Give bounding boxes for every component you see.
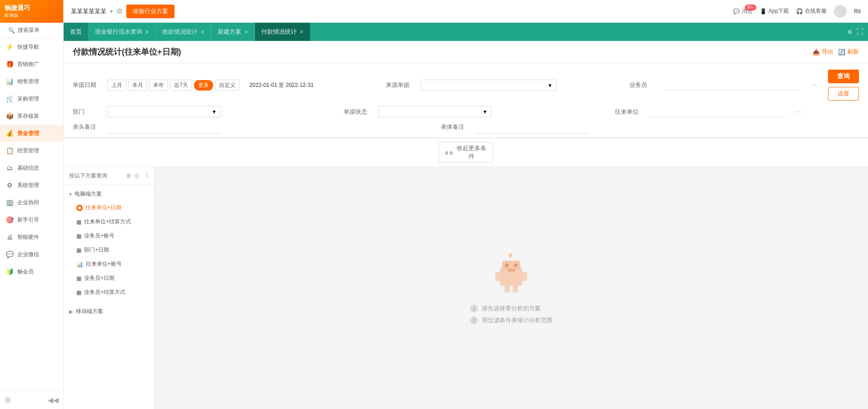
head-remark-input[interactable] bbox=[107, 123, 221, 134]
sidebar-item-inventory[interactable]: 📦 库存核算 bbox=[0, 107, 63, 125]
sidebar-search[interactable]: 🔍 搜索菜单 bbox=[0, 23, 63, 38]
data-panel: 1 请先选择要分析的方案 2 用过滤条件来缩小分析范围 bbox=[155, 167, 868, 409]
body-remark-input[interactable] bbox=[475, 123, 589, 134]
tab-bank[interactable]: 现金银行流水查询 ✕ bbox=[89, 23, 156, 41]
sidebar-item-operations[interactable]: 📋 经营管理 bbox=[0, 142, 63, 159]
company-dropdown-icon[interactable]: ▾ bbox=[110, 8, 113, 15]
settings-icon[interactable]: ⚙ bbox=[116, 7, 123, 15]
sidebar-item-guide[interactable]: 🎯 新手引导 bbox=[0, 211, 63, 228]
sidebar-item-hardware[interactable]: 🖨 智能硬件 bbox=[0, 228, 63, 246]
tab-receipts[interactable]: 收款情况统计 ✕ bbox=[156, 23, 211, 41]
query-button[interactable]: 查询 bbox=[828, 70, 859, 83]
app-icon: 📱 bbox=[760, 8, 767, 15]
mobile-group-header[interactable]: ▶ 移动端方案 bbox=[64, 305, 154, 318]
user-avatar[interactable] bbox=[834, 5, 847, 18]
message-badge: 99+ bbox=[745, 5, 756, 10]
scheme-label: 部门+日期 bbox=[84, 246, 109, 254]
tip-num-1: 1 bbox=[470, 304, 478, 313]
table-icon: ▦ bbox=[76, 289, 81, 296]
sidebar-item-collab[interactable]: 🏢 企业协同 bbox=[0, 194, 63, 211]
sidebar-item-basic[interactable]: 🗂 基础信息 bbox=[0, 159, 63, 177]
user-name: Rit bbox=[854, 8, 861, 15]
source-label: 来源单据 bbox=[386, 81, 413, 89]
tab-payment-stats-label: 付款情况统计 bbox=[261, 28, 297, 36]
tab-new-scheme[interactable]: 新建方案 ✕ bbox=[211, 23, 255, 41]
tab-payment-stats[interactable]: 付款情况统计 ✕ bbox=[255, 23, 310, 41]
tab-receipts-close[interactable]: ✕ bbox=[200, 29, 205, 35]
source-select[interactable]: ▾ bbox=[420, 80, 557, 91]
tab-spacer bbox=[310, 23, 842, 41]
scheme-item-partner-settle[interactable]: ▦ 往来单位+结算方式 bbox=[64, 215, 154, 229]
tab-actions: ✕ ⛶ bbox=[842, 23, 868, 41]
date-custom[interactable]: 自定义 bbox=[215, 80, 239, 91]
sidebar-item-funds[interactable]: 💰 资金管理 bbox=[0, 125, 63, 142]
page-content: 付款情况统计(往来单位+日期) 📤 导出 🔄 刷新 单据日期 bbox=[64, 41, 868, 409]
scheme-item-salesman-date[interactable]: ▦ 业务员+日期 bbox=[64, 271, 154, 285]
scheme-panel-header: 按以下方案查询 ⊕ ⊙ 《 bbox=[64, 167, 154, 185]
refresh-icon: 🔄 bbox=[838, 49, 845, 56]
empty-icon bbox=[489, 252, 534, 297]
tab-bank-close[interactable]: ✕ bbox=[145, 29, 149, 35]
close-tab-icon[interactable]: ✕ bbox=[847, 28, 853, 36]
sidebar-item-quick-nav[interactable]: ⚡ 快捷导航 bbox=[0, 38, 63, 56]
topbar: 某某某某某某 ▾ ⚙ 体验行业方案 💬 消息 99+ 📱 App下载 🎧 在线客… bbox=[64, 0, 868, 23]
sidebar-item-label: 新手引导 bbox=[17, 216, 39, 224]
salesman-more-icon[interactable]: ··· bbox=[810, 81, 816, 89]
scheme-item-partner-account[interactable]: 📊 往来单位+账号 bbox=[64, 257, 154, 271]
date-this-year[interactable]: 本年 bbox=[149, 80, 168, 91]
sidebar-item-label: 经营管理 bbox=[17, 147, 39, 155]
date-this-month[interactable]: 本月 bbox=[128, 80, 147, 91]
sidebar-item-sales[interactable]: 📊 销售管理 bbox=[0, 73, 63, 90]
scheme-item-partner-date[interactable]: 往来单位+日期 bbox=[64, 201, 154, 215]
sidebar-item-label: 销售管理 bbox=[17, 78, 39, 86]
hardware-icon: 🖨 bbox=[5, 233, 14, 241]
filter-row-3: 表头备注 表体备注 bbox=[73, 123, 859, 134]
doc-status-dropdown-icon: ▾ bbox=[484, 108, 487, 115]
settings-footer-icon[interactable]: ⚙ bbox=[5, 396, 11, 404]
date-more[interactable]: 更多 bbox=[194, 80, 213, 91]
trial-button[interactable]: 体验行业方案 bbox=[126, 5, 175, 18]
message-button[interactable]: 💬 消息 99+ bbox=[733, 7, 753, 15]
empty-tips: 1 请先选择要分析的方案 2 用过滤条件来缩小分析范围 bbox=[470, 304, 553, 324]
scheme-item-salesman-settle[interactable]: ▦ 业务员+结算方式 bbox=[64, 285, 154, 299]
scheme-label: 业务员+日期 bbox=[84, 274, 115, 282]
sidebar-item-member[interactable]: 🔰 畅会员 bbox=[0, 263, 63, 280]
table-icon: ▦ bbox=[76, 247, 81, 253]
add-scheme-icon[interactable]: ⊕ bbox=[126, 172, 131, 179]
sidebar-item-system[interactable]: ⚙ 系统管理 bbox=[0, 177, 63, 194]
app-download-button[interactable]: 📱 App下载 bbox=[760, 7, 789, 15]
desktop-group-header[interactable]: ▾ 电脑端方案 bbox=[64, 187, 154, 201]
sidebar-item-purchase[interactable]: 🛒 采购管理 bbox=[0, 90, 63, 107]
refresh-button[interactable]: 🔄 刷新 bbox=[838, 48, 859, 56]
sidebar-item-label: 智能硬件 bbox=[17, 233, 39, 241]
collapse-scheme-panel-icon[interactable]: 《 bbox=[142, 172, 149, 180]
date-last-7days[interactable]: 近7天 bbox=[170, 80, 192, 91]
partner-more-icon[interactable]: ··· bbox=[796, 108, 802, 116]
tab-new-scheme-close[interactable]: ✕ bbox=[244, 29, 248, 35]
export-button[interactable]: 📤 导出 bbox=[813, 48, 833, 56]
doc-status-select[interactable]: ▾ bbox=[378, 106, 492, 117]
config-scheme-icon[interactable]: ⊙ bbox=[134, 172, 140, 179]
sidebar-logo: 畅捷通巧 bbox=[5, 4, 30, 12]
tab-home[interactable]: 首页 bbox=[64, 23, 89, 41]
sidebar-item-label: 库存核算 bbox=[17, 112, 39, 120]
tabbar: 首页 现金银行流水查询 ✕ 收款情况统计 ✕ 新建方案 ✕ 付款情况统计 ✕ ✕… bbox=[64, 23, 868, 41]
collapse-sidebar-icon[interactable]: ◀◀ bbox=[48, 396, 59, 404]
settings-button[interactable]: 设置 bbox=[828, 87, 859, 101]
collapse-button[interactable]: ∧∧ 收起更多条件 bbox=[439, 142, 493, 163]
online-service-button[interactable]: 🎧 在线客服 bbox=[796, 7, 827, 15]
partner-input[interactable] bbox=[649, 106, 786, 117]
tab-payment-stats-close[interactable]: ✕ bbox=[299, 29, 304, 35]
scheme-item-salesman-account[interactable]: ▦ 业务员+账号 bbox=[64, 229, 154, 243]
system-icon: ⚙ bbox=[5, 181, 14, 189]
sidebar-item-weixin[interactable]: 💬 企业微信 bbox=[0, 246, 63, 263]
search-icon: 🔍 bbox=[8, 27, 15, 34]
scheme-item-dept-date[interactable]: ▦ 部门+日期 bbox=[64, 243, 154, 257]
date-last-month[interactable]: 上月 bbox=[107, 80, 126, 91]
message-icon: 💬 bbox=[733, 8, 740, 15]
maximize-icon[interactable]: ⛶ bbox=[856, 28, 863, 36]
service-icon: 🎧 bbox=[796, 8, 803, 15]
salesman-input[interactable] bbox=[664, 80, 800, 91]
dept-select[interactable]: ▾ bbox=[107, 106, 221, 117]
sidebar-item-marketing[interactable]: 🎁 营销推广 bbox=[0, 56, 63, 73]
